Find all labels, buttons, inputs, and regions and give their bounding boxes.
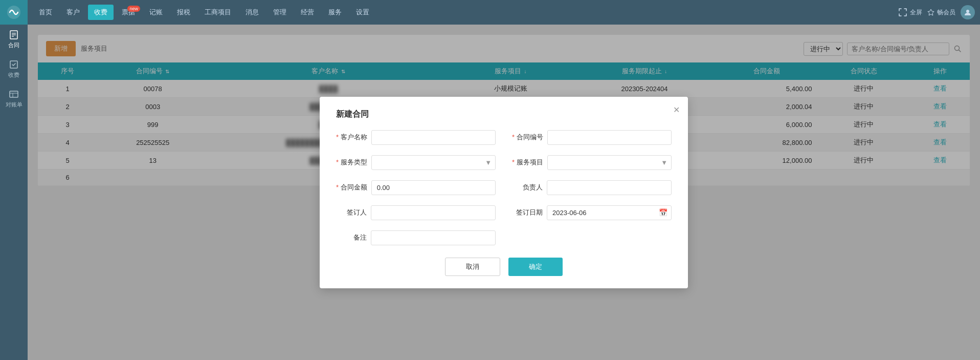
form-group-amount: 合同金额 bbox=[336, 180, 496, 195]
nav-customer[interactable]: 客户 bbox=[60, 5, 86, 20]
customer-label: 客户名称 bbox=[336, 133, 367, 142]
new-badge: new bbox=[127, 6, 140, 12]
modal-overlay: 新建合同 ✕ 客户名称 合同编号 服务类型 bbox=[28, 25, 980, 360]
nav-business[interactable]: 工商项目 bbox=[198, 5, 237, 20]
service-type-select[interactable] bbox=[371, 155, 496, 170]
form-group-responsible: 负责人 bbox=[512, 180, 672, 195]
sign-date-label: 签订日期 bbox=[512, 208, 543, 217]
customer-input[interactable] bbox=[371, 130, 496, 145]
form-row-3: 合同金额 负责人 bbox=[336, 180, 672, 195]
sign-date-input-wrap: 📅 bbox=[547, 205, 672, 220]
contract-amount-label: 合同金额 bbox=[336, 183, 367, 192]
nav-message[interactable]: 消息 bbox=[239, 5, 265, 20]
sidebar-item-statement[interactable]: 对账单 bbox=[0, 84, 28, 114]
form-group-signer: 签订人 bbox=[336, 205, 496, 220]
modal-title: 新建合同 bbox=[336, 109, 672, 120]
app-logo[interactable] bbox=[0, 0, 28, 25]
sidebar-item-contract-label: 合同 bbox=[8, 41, 19, 49]
responsible-input[interactable] bbox=[547, 180, 672, 195]
fullscreen-btn[interactable]: 全屏 bbox=[899, 8, 922, 17]
form-row-5: 备注 bbox=[336, 230, 672, 245]
sidebar-item-statement-label: 对账单 bbox=[6, 101, 23, 109]
cancel-button[interactable]: 取消 bbox=[445, 258, 500, 276]
nav-home[interactable]: 首页 bbox=[33, 5, 58, 20]
service-item-select[interactable] bbox=[547, 155, 672, 170]
contract-no-input[interactable] bbox=[547, 130, 672, 145]
main-area: 首页 客户 收费 票据 new 记账 报税 工商项目 消息 管理 经营 服务 设… bbox=[28, 0, 980, 360]
svg-marker-9 bbox=[928, 9, 934, 15]
remark-label: 备注 bbox=[336, 233, 367, 242]
service-item-select-wrap: ▼ bbox=[547, 155, 672, 170]
nav-tax[interactable]: 报税 bbox=[171, 5, 196, 20]
nav-service[interactable]: 服务 bbox=[322, 5, 348, 20]
remark-input[interactable] bbox=[371, 230, 496, 245]
confirm-button[interactable]: 确定 bbox=[508, 258, 563, 276]
new-contract-modal: 新建合同 ✕ 客户名称 合同编号 服务类型 bbox=[320, 97, 688, 288]
sidebar: 合同 收费 对账单 bbox=[0, 0, 28, 360]
form-group-remark: 备注 bbox=[336, 230, 496, 245]
form-row-1: 客户名称 合同编号 bbox=[336, 130, 672, 145]
form-group-contract-no: 合同编号 bbox=[512, 130, 672, 145]
contract-amount-input[interactable] bbox=[371, 180, 496, 195]
nav-billing[interactable]: 收费 bbox=[88, 5, 114, 20]
service-item-label: 服务项目 bbox=[512, 158, 543, 167]
nav-invoice[interactable]: 票据 new bbox=[116, 5, 141, 20]
sign-date-input[interactable] bbox=[547, 205, 672, 220]
form-group-sign-date: 签订日期 📅 bbox=[512, 205, 672, 220]
svg-rect-6 bbox=[10, 91, 18, 97]
signer-label: 签订人 bbox=[336, 208, 367, 217]
modal-close-button[interactable]: ✕ bbox=[673, 105, 680, 115]
form-group-service-type: 服务类型 ▼ bbox=[336, 155, 496, 170]
service-type-select-wrap: ▼ bbox=[371, 155, 496, 170]
nav-settings[interactable]: 设置 bbox=[350, 5, 375, 20]
form-group-customer: 客户名称 bbox=[336, 130, 496, 145]
user-avatar[interactable] bbox=[961, 5, 975, 19]
page-content: 新增 服务项目 进行中 已完成 全部 bbox=[28, 25, 980, 360]
top-navigation: 首页 客户 收费 票据 new 记账 报税 工商项目 消息 管理 经营 服务 设… bbox=[28, 0, 980, 25]
responsible-label: 负责人 bbox=[512, 183, 543, 192]
service-type-label: 服务类型 bbox=[336, 158, 367, 167]
nav-operate[interactable]: 经营 bbox=[295, 5, 320, 20]
nav-manage[interactable]: 管理 bbox=[267, 5, 293, 20]
member-btn[interactable]: 畅会员 bbox=[927, 8, 955, 17]
form-group-service-item: 服务项目 ▼ bbox=[512, 155, 672, 170]
modal-footer: 取消 确定 bbox=[336, 258, 672, 276]
sidebar-item-billing[interactable]: 收费 bbox=[0, 54, 28, 84]
nav-bookkeep[interactable]: 记账 bbox=[143, 5, 169, 20]
sidebar-item-contract[interactable]: 合同 bbox=[0, 25, 28, 54]
form-row-2: 服务类型 ▼ 服务项目 bbox=[336, 155, 672, 170]
contract-no-label: 合同编号 bbox=[512, 133, 543, 142]
topnav-right: 全屏 畅会员 bbox=[899, 5, 975, 19]
sidebar-item-billing-label: 收费 bbox=[8, 71, 19, 79]
signer-input[interactable] bbox=[371, 205, 496, 220]
svg-point-10 bbox=[966, 10, 969, 13]
form-row-4: 签订人 签订日期 📅 bbox=[336, 205, 672, 220]
